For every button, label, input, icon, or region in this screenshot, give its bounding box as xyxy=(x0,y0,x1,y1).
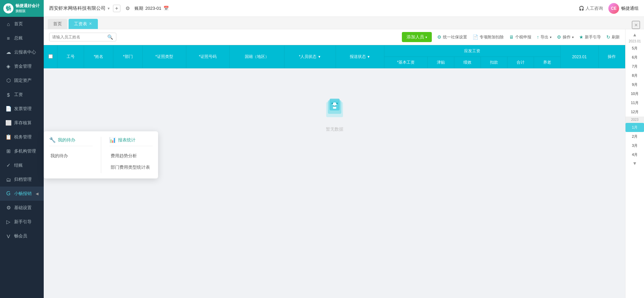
base-wage-header: *基本工资 xyxy=(384,57,427,68)
sidebar-item-label: 首页 xyxy=(14,21,23,27)
avatar-text: CE xyxy=(611,6,617,11)
month-2022-10[interactable]: 10月 xyxy=(626,89,644,98)
avatar: CE xyxy=(608,3,619,14)
month-down-button[interactable]: ▼ xyxy=(631,159,639,167)
month-2022-12[interactable]: 12月 xyxy=(626,107,644,117)
operations-chevron-icon: ▾ xyxy=(572,35,574,39)
sidebar-item-guide[interactable]: ▷ 新手引导 xyxy=(0,215,44,229)
sidebar-item-label: 资金管理 xyxy=(14,63,32,69)
month-selector-panel: ▲ 2023.01 5月 6月 7月 8月 9月 10月 11月 12月 202… xyxy=(625,29,644,298)
add-person-chevron-icon: ▾ xyxy=(425,35,427,39)
month-2022-7[interactable]: 7月 xyxy=(626,62,644,71)
checkbox-col-header[interactable] xyxy=(44,45,58,68)
close-all-tabs-button[interactable]: ✕ xyxy=(632,21,640,29)
export-icon: ↑ xyxy=(537,34,539,40)
month-2022-6[interactable]: 6月 xyxy=(626,53,644,62)
popup-menu[interactable]: 🔧 我的待办 我的待办 📊 报表统计 费用趋势分析 部门费用类型统计表 xyxy=(44,131,158,178)
home-icon: ⌂ xyxy=(5,21,11,27)
sidebar-item-home[interactable]: ⌂ 首页 xyxy=(0,17,44,31)
todo-header-icon: 🔧 xyxy=(49,137,56,143)
month-2023-3[interactable]: 3月 xyxy=(626,141,644,150)
month-2023-1[interactable]: 1月 xyxy=(626,123,644,132)
tab-salary-table[interactable]: 工资表 × xyxy=(69,19,98,29)
basic-icon: ⚙ xyxy=(5,205,11,211)
table-header-row: 工号 *姓名 *部门 *证照类型 *证照号码 国籍（地区） *人员状态 ▼ xyxy=(44,45,625,57)
country-header: 国籍（地区） xyxy=(229,45,284,68)
popup-todo-item[interactable]: 我的待办 xyxy=(49,150,93,162)
support-label: 人工咨询 xyxy=(585,5,603,11)
period-label: 账期 xyxy=(135,5,143,11)
popup-report-item-1[interactable]: 费用趋势分析 xyxy=(109,150,153,162)
social-icon: ⚙ xyxy=(437,34,442,40)
search-input[interactable] xyxy=(52,35,106,39)
company-selector[interactable]: 西安虾米网络科技有限公司 ▾ xyxy=(49,5,110,11)
month-2022-8[interactable]: 8月 xyxy=(626,71,644,80)
sidebar-item-label: 小畅报销 xyxy=(14,191,32,197)
social-settings-button[interactable]: ⚙ 统一社保设置 xyxy=(437,34,467,40)
month-2023-4[interactable]: 4月 xyxy=(626,150,644,159)
sidebar-item-settle[interactable]: ✓ 结账 xyxy=(0,158,44,172)
user-profile[interactable]: CE 畅捷通组 xyxy=(608,3,639,14)
popup-report-item-2[interactable]: 部门费用类型统计表 xyxy=(109,162,153,173)
sidebar-item-label: 发票管理 xyxy=(14,106,32,112)
sidebar-item-invoice[interactable]: 📄 发票管理 xyxy=(0,102,44,116)
guide-label: 新手引导 xyxy=(585,34,601,40)
sidebar-item-ledger[interactable]: ≡ 总账 xyxy=(0,31,44,45)
report-header-icon: 📊 xyxy=(109,137,116,143)
sidebar-item-label: 基础设置 xyxy=(14,205,32,211)
guide-button[interactable]: ★ 新手引导 xyxy=(579,34,601,40)
multi-icon: ⊞ xyxy=(5,148,11,154)
year-2023-label: 2023.01 xyxy=(629,39,641,44)
add-company-button[interactable]: + xyxy=(113,5,120,12)
sidebar-item-label: 云报表中心 xyxy=(14,49,36,55)
filter-icon[interactable]: ▼ xyxy=(318,55,321,59)
support-button[interactable]: 🎧 人工咨询 xyxy=(579,5,603,11)
settings-button[interactable]: ⚙ xyxy=(124,5,131,12)
year-2023-divider: 2023 xyxy=(626,117,644,123)
sidebar-item-member[interactable]: V 畅会员 xyxy=(0,229,44,243)
operations-button[interactable]: ⚙ 操作 ▾ xyxy=(557,34,574,40)
popup-col-todo: 🔧 我的待办 我的待办 xyxy=(49,137,93,173)
sidebar-item-multi[interactable]: ⊞ 多机构管理 xyxy=(0,144,44,158)
sidebar-item-label: 新手引导 xyxy=(14,219,32,225)
refresh-label: 刷新 xyxy=(612,34,620,40)
special-deduction-button[interactable]: 📄 专项附加扣除 xyxy=(472,34,504,40)
logo-icon: 畅 xyxy=(3,3,13,13)
month-2023-2[interactable]: 2月 xyxy=(626,132,644,141)
month-2022-9[interactable]: 9月 xyxy=(626,80,644,89)
search-icon: 🔍 xyxy=(107,34,113,40)
sidebar-item-basic[interactable]: ⚙ 基础设置 xyxy=(0,201,44,215)
sidebar-item-cloud[interactable]: ☁ 云报表中心 xyxy=(0,45,44,59)
tax-report-button[interactable]: 🖥 个税申报 xyxy=(509,34,531,40)
id-no-header: *证照号码 xyxy=(186,45,229,68)
svg-point-6 xyxy=(336,103,338,104)
sidebar-item-tax[interactable]: 📋 税务管理 xyxy=(0,130,44,144)
sidebar-item-assets[interactable]: ⬡ 固定资产 xyxy=(0,73,44,88)
sidebar-item-funds[interactable]: ◈ 资金管理 xyxy=(0,59,44,73)
tax-report-label: 个税申报 xyxy=(515,34,531,40)
svg-point-5 xyxy=(332,103,333,104)
collapse-icon: ◀ xyxy=(36,192,38,196)
month-2022-5[interactable]: 5月 xyxy=(626,44,644,53)
archive-icon: 🗂 xyxy=(5,177,11,183)
popup-report-title: 报表统计 xyxy=(118,137,136,143)
month-nav: ▲ 2023.01 5月 6月 7月 8月 9月 10月 11月 12月 202… xyxy=(626,31,644,167)
toolbar-actions: 添加人员 ▾ ⚙ 统一社保设置 📄 专项附加扣除 🖥 个税申报 xyxy=(402,32,620,42)
select-all-checkbox[interactable] xyxy=(48,54,53,59)
tab-home[interactable]: 首页 xyxy=(48,19,67,29)
search-box[interactable]: 🔍 xyxy=(49,33,116,41)
logo-text-block: 畅捷通好会计 旗舰版 xyxy=(15,3,40,13)
add-person-button[interactable]: 添加人员 ▾ xyxy=(402,32,432,42)
month-2022-11[interactable]: 11月 xyxy=(626,98,644,107)
sidebar-item-archive[interactable]: 🗂 归档管理 xyxy=(0,172,44,187)
export-button[interactable]: ↑ 导出 ▾ xyxy=(537,34,552,40)
report-filter-icon[interactable]: ▼ xyxy=(367,55,370,59)
month-up-button[interactable]: ▲ xyxy=(631,31,639,39)
sidebar-item-inventory[interactable]: ⬜ 库存核算 xyxy=(0,116,44,130)
period-display: 账期 2023-01 📅 xyxy=(135,5,169,11)
tab-close-button[interactable]: × xyxy=(88,21,92,26)
sidebar-item-salary[interactable]: $ 工资 xyxy=(0,88,44,102)
refresh-button[interactable]: ↻ 刷新 xyxy=(606,34,620,40)
sidebar-item-xiaochang[interactable]: G 小畅报销 ◀ xyxy=(0,187,44,201)
calendar-icon[interactable]: 📅 xyxy=(163,6,169,11)
